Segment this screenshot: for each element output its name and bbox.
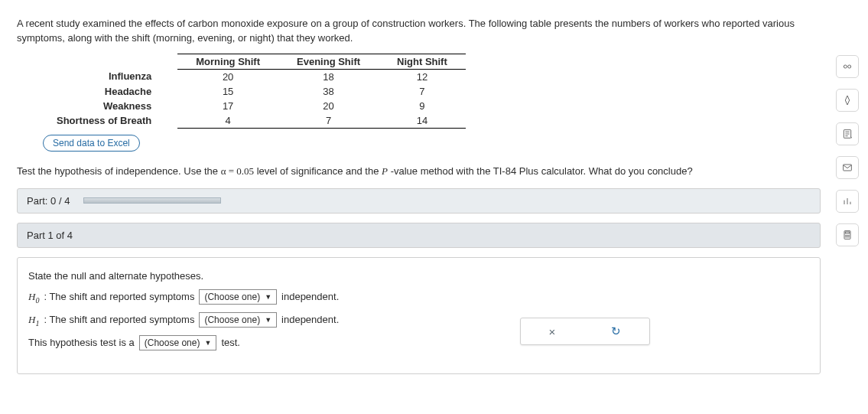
h1-sub: 1: [35, 319, 39, 328]
clear-answer-button[interactable]: ×: [541, 322, 564, 341]
chevron-down-icon: ▼: [265, 316, 271, 324]
question-panel: State the null and alternate hypotheses.…: [17, 257, 821, 374]
feedback-toolbar: × ↻: [520, 318, 650, 345]
part-counter-label: Part: 0 / 4: [27, 195, 70, 207]
read-aloud-icon[interactable]: [836, 55, 859, 78]
cell: 20: [177, 69, 278, 84]
reset-answer-button[interactable]: ↻: [603, 321, 629, 341]
col-blank: [38, 54, 177, 69]
cell: 20: [278, 99, 379, 113]
mail-icon[interactable]: [836, 156, 859, 179]
question-stem: State the null and alternate hypotheses.: [28, 270, 809, 282]
h1-pre: : The shift and reported symptoms: [44, 314, 194, 325]
instr-text: level of significance and the: [257, 165, 382, 177]
progress-bar: [83, 197, 221, 204]
svg-point-0: [844, 65, 847, 68]
svg-point-10: [847, 236, 848, 237]
chevron-down-icon: ▼: [204, 339, 211, 347]
row-label: Shortness of Breath: [38, 113, 177, 129]
h1-post: independent.: [281, 314, 339, 325]
notes-icon[interactable]: [836, 122, 859, 145]
test-type-line: This hypothesis test is a (Choose one) ▼…: [28, 335, 809, 350]
instr-text: Test the hypothesis of independence. Use…: [17, 165, 221, 177]
test-pre: This hypothesis test is a: [28, 337, 135, 348]
col-evening: Evening Shift: [278, 54, 379, 69]
cell: 9: [379, 99, 466, 113]
p-symbol: P: [382, 165, 388, 177]
svg-rect-5: [845, 232, 849, 233]
h0-sub: 0: [35, 296, 39, 305]
table-row: Weakness 17 20 9: [38, 99, 466, 113]
cell: 38: [278, 84, 379, 99]
chevron-down-icon: ▼: [265, 293, 271, 301]
test-instruction: Test the hypothesis of independence. Use…: [17, 165, 821, 178]
h0-line: H0 : The shift and reported symptoms (Ch…: [28, 289, 809, 305]
cell: 15: [177, 84, 278, 99]
svg-point-11: [849, 236, 850, 237]
h1-line: H1 : The shift and reported symptoms (Ch…: [28, 312, 809, 328]
svg-point-6: [846, 235, 847, 236]
data-table: Morning Shift Evening Shift Night Shift …: [38, 54, 466, 129]
svg-point-7: [847, 235, 848, 236]
h1-symbol: H: [28, 314, 35, 325]
row-label: Influenza: [38, 69, 177, 84]
col-night: Night Shift: [379, 54, 466, 69]
cell: 18: [278, 69, 379, 84]
h1-select[interactable]: (Choose one) ▼: [199, 312, 277, 328]
col-morning: Morning Shift: [177, 54, 278, 69]
h1-select-label: (Choose one): [204, 315, 260, 325]
compass-icon[interactable]: [836, 89, 859, 112]
part-header-label: Part 1 of 4: [27, 230, 73, 241]
svg-point-8: [849, 235, 850, 236]
calculator-icon[interactable]: [836, 223, 859, 246]
h0-symbol: H: [28, 291, 35, 302]
row-label: Weakness: [38, 99, 177, 113]
instr-text: -value method with the TI-84 Plus calcul…: [391, 165, 693, 177]
test-post: test.: [221, 337, 240, 348]
question-intro: A recent study examined the effects of c…: [17, 17, 821, 46]
h0-select-label: (Choose one): [204, 292, 260, 302]
alpha-eq: α = 0.05: [221, 165, 254, 177]
cell: 4: [177, 113, 278, 129]
table-row: Shortness of Breath 4 7 14: [38, 113, 466, 129]
h0-pre: : The shift and reported symptoms: [44, 291, 194, 302]
cell: 14: [379, 113, 466, 129]
svg-rect-3: [844, 165, 852, 171]
svg-point-9: [846, 236, 847, 237]
cell: 12: [379, 69, 466, 84]
h0-select[interactable]: (Choose one) ▼: [199, 289, 277, 305]
test-type-select[interactable]: (Choose one) ▼: [139, 335, 217, 350]
row-label: Headache: [38, 84, 177, 99]
part-header-panel: Part 1 of 4: [17, 223, 821, 248]
h0-post: independent.: [281, 291, 339, 302]
cell: 17: [177, 99, 278, 113]
side-rail: [827, 0, 868, 414]
table-row: Headache 15 38 7: [38, 84, 466, 99]
stats-icon[interactable]: [836, 190, 859, 213]
send-to-excel-button[interactable]: Send data to Excel: [43, 135, 140, 152]
part-counter-panel: Part: 0 / 4: [17, 188, 821, 214]
table-row: Influenza 20 18 12: [38, 69, 466, 84]
cell: 7: [278, 113, 379, 129]
cell: 7: [379, 84, 466, 99]
test-type-select-label: (Choose one): [145, 337, 200, 348]
svg-point-1: [848, 65, 851, 68]
